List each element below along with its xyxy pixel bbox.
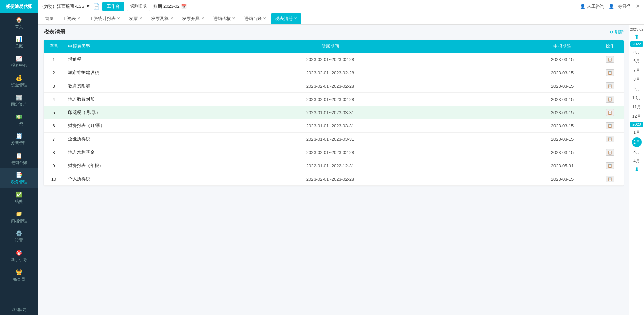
company-selector[interactable]: (勿动）江西服宝-LSS ▼ — [42, 3, 90, 10]
sidebar-item-vip-label: 畅会员 — [13, 276, 25, 282]
sidebar-item-report[interactable]: 📈 报表中心 — [0, 52, 38, 71]
workbench-button[interactable]: 工作台 — [102, 2, 124, 11]
sidebar-item-fund[interactable]: 💰 资金管理 — [0, 71, 38, 91]
calendar-icon: 📅 — [181, 4, 187, 9]
sidebar-item-settings[interactable]: ⚙️ 设置 — [0, 227, 38, 246]
sidebar-item-guide-label: 新手引导 — [11, 257, 27, 263]
cancel-fixed-button[interactable]: 取消固定 — [0, 304, 38, 315]
ai-consult-button[interactable]: 👤 人工咨询 — [580, 3, 605, 10]
tab-tax-list-close[interactable]: ✕ — [294, 16, 297, 21]
sidebar-item-home-label: 首页 — [15, 24, 23, 30]
sidebar-item-salary[interactable]: 💵 工资 — [0, 110, 38, 130]
panel-year-2023[interactable]: 2023 — [630, 122, 643, 127]
tab-sale-check-label: 进销稽核 — [213, 16, 231, 22]
action-icon[interactable]: 📋 — [606, 82, 614, 89]
panel-month-6[interactable]: 6月 — [629, 57, 644, 66]
panel-month-11[interactable]: 11月 — [629, 103, 644, 112]
refresh-button[interactable]: ↻ 刷新 — [610, 29, 624, 35]
cell-period: 2023-01-01~2023-03-31 — [132, 106, 528, 119]
cell-type: 企业所得税 — [64, 133, 132, 146]
panel-down-chevron[interactable]: ⬇ — [634, 166, 640, 174]
panel-month-3[interactable]: 3月 — [629, 147, 644, 156]
panel-month-12[interactable]: 12月 — [629, 112, 644, 121]
tab-invoice-open[interactable]: 发票开具 ✕ — [178, 13, 208, 24]
user-name: 徐泾华 — [618, 3, 631, 10]
action-icon[interactable]: 📋 — [606, 149, 614, 156]
panel-year-2022[interactable]: 2022 — [630, 41, 643, 47]
sidebar-item-saleinput[interactable]: 📋 进销台账 — [0, 149, 38, 168]
tab-invoice-close[interactable]: ✕ — [139, 16, 142, 21]
action-icon[interactable]: 📋 — [606, 122, 614, 129]
panel-month-10[interactable]: 10月 — [629, 93, 644, 103]
cell-action: 📋 — [596, 146, 624, 159]
cell-period: 2023-02-01~2023-02-28 — [132, 146, 528, 159]
tab-sale-check-close[interactable]: ✕ — [232, 16, 235, 21]
sidebar-item-fixed[interactable]: 🏢 固定资产 — [0, 91, 38, 110]
main-area: (勿动）江西服宝-LSS ▼ 📄 工作台 切到旧版 账期 2023-02 📅 👤… — [38, 0, 644, 315]
cell-no: 8 — [44, 146, 64, 159]
tab-invoice-calc-close[interactable]: ✕ — [170, 16, 173, 21]
tab-invoice-label: 发票 — [129, 16, 138, 22]
action-icon[interactable]: 📋 — [606, 69, 614, 76]
tab-home-label: 首页 — [45, 16, 54, 22]
action-icon[interactable]: 📋 — [606, 96, 614, 103]
action-icon[interactable]: 📋 — [606, 176, 614, 182]
tab-salary-table-close[interactable]: ✕ — [77, 16, 80, 21]
tab-tax-list-label: 税表清册 — [275, 16, 293, 22]
switch-old-button[interactable]: 切到旧版 — [127, 2, 150, 11]
sidebar-item-settle-label: 结账 — [15, 199, 23, 205]
cell-deadline: 2023-03-15 — [528, 119, 596, 133]
sidebar-item-invoice[interactable]: 🧾 发票管理 — [0, 130, 38, 149]
tab-tax-list[interactable]: 税表清册 ✕ — [271, 13, 301, 24]
panel-month-5[interactable]: 5月 — [629, 47, 644, 57]
col-header-action: 操作 — [596, 40, 624, 53]
tab-sale-ledger-close[interactable]: ✕ — [263, 16, 266, 21]
sidebar-item-vip[interactable]: 👑 畅会员 — [0, 266, 38, 285]
tab-salary-report[interactable]: 工资统计报表 ✕ — [85, 13, 124, 24]
company-label: (勿动）江西服宝-LSS — [42, 3, 84, 10]
action-icon[interactable]: 📋 — [606, 136, 614, 142]
cancel-fixed-label: 取消固定 — [12, 307, 27, 312]
tab-salary-report-close[interactable]: ✕ — [117, 16, 120, 21]
panel-up-chevron[interactable]: ⬆ — [634, 33, 640, 41]
vip-icon: 👑 — [16, 269, 22, 275]
refresh-label: 刷新 — [615, 29, 624, 35]
period-display: 账期 2023-02 📅 — [153, 3, 187, 10]
panel-month-4[interactable]: 4月 — [629, 156, 644, 166]
cell-period: 2023-02-01~2023-02-28 — [132, 93, 528, 106]
topbar-close-icon[interactable]: ✕ — [635, 3, 640, 10]
cell-no: 3 — [44, 79, 64, 93]
page-title: 税表清册 — [44, 29, 65, 36]
cell-deadline: 2023-03-15 — [528, 66, 596, 79]
sidebar-item-archive[interactable]: 📁 归档管理 — [0, 207, 38, 227]
tab-salary-table[interactable]: 工资表 ✕ — [59, 13, 84, 24]
tab-sale-check[interactable]: 进销稽核 ✕ — [209, 13, 239, 24]
cell-action: 📋 — [596, 172, 624, 186]
tab-invoice[interactable]: 发票 ✕ — [125, 13, 146, 24]
home-icon: 🏠 — [16, 16, 22, 23]
tab-sale-ledger[interactable]: 进销台账 ✕ — [240, 13, 270, 24]
sidebar-item-guide[interactable]: 🎯 新手引导 — [0, 246, 38, 266]
cell-action: 📋 — [596, 106, 624, 119]
tab-invoice-calc[interactable]: 发票测算 ✕ — [147, 13, 177, 24]
action-icon[interactable]: 📋 — [606, 109, 614, 116]
sidebar-item-tax[interactable]: 📑 税务管理 — [0, 168, 38, 188]
settings-icon: ⚙️ — [16, 230, 22, 237]
action-icon[interactable]: 📋 — [606, 162, 614, 169]
cell-period: 2023-01-01~2023-03-31 — [132, 133, 528, 146]
tab-home[interactable]: 首页 — [41, 13, 58, 24]
tab-invoice-open-close[interactable]: ✕ — [201, 16, 204, 21]
cell-no: 2 — [44, 66, 64, 79]
cell-type: 个人所得税 — [64, 172, 132, 186]
panel-month-9[interactable]: 9月 — [629, 84, 644, 93]
panel-month-7[interactable]: 7月 — [629, 66, 644, 75]
sidebar-item-home[interactable]: 🏠 首页 — [0, 13, 38, 32]
panel-month-2-active[interactable]: 2月 — [632, 137, 642, 147]
sidebar-item-ledger[interactable]: 📊 总账 — [0, 32, 38, 52]
cell-deadline: 2023-03-15 — [528, 106, 596, 119]
panel-month-8[interactable]: 8月 — [629, 75, 644, 84]
action-icon[interactable]: 📋 — [606, 56, 614, 63]
saleinput-icon: 📋 — [16, 152, 22, 159]
panel-month-1[interactable]: 1月 — [629, 128, 644, 137]
sidebar-item-settle[interactable]: ✅ 结账 — [0, 188, 38, 207]
